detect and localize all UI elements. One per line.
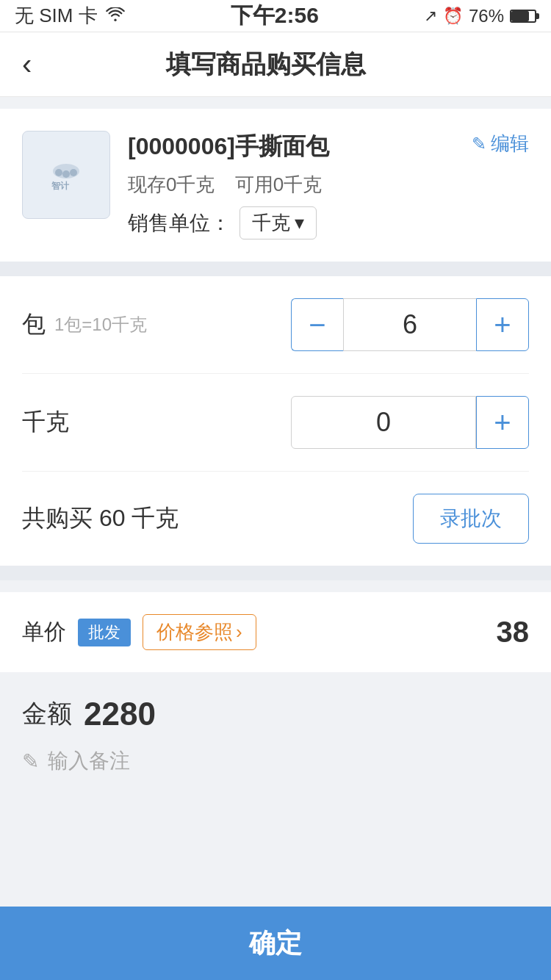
price-label: 单价 [22, 617, 66, 647]
price-section: 单价 批发 价格参照 › 38 [0, 592, 551, 672]
stock-available: 可用0千克 [235, 173, 322, 195]
location-icon: ↗ [424, 7, 437, 26]
bao-quantity-input[interactable] [344, 298, 476, 351]
product-info: [0000006]手撕面包 现存0千克 可用0千克 销售单位： 千克 ▾ [128, 131, 529, 239]
confirm-button[interactable]: 确定 [0, 907, 551, 980]
price-tag: 批发 [78, 619, 131, 646]
back-button[interactable]: ‹ [22, 48, 46, 81]
amount-row: 金额 2280 [22, 696, 529, 732]
svg-point-3 [70, 169, 77, 176]
svg-point-1 [55, 169, 62, 176]
svg-point-2 [62, 170, 70, 178]
amount-label: 金额 [22, 697, 72, 731]
battery-text: 76% [469, 6, 504, 26]
bao-minus-button[interactable]: − [291, 298, 344, 351]
amount-section: 金额 2280 ✎ 输入备注 [0, 674, 551, 797]
svg-text:智计: 智计 [51, 181, 70, 191]
page-title: 填写商品购买信息 [46, 48, 485, 82]
carrier-text: 无 SIM 卡 [15, 3, 98, 29]
bao-quantity-row: 包 1包=10千克 − + [22, 276, 529, 374]
amount-value: 2280 [84, 696, 156, 732]
remark-icon: ✎ [22, 749, 39, 774]
bao-label: 包 [22, 309, 46, 341]
unit-selector[interactable]: 千克 ▾ [240, 206, 317, 239]
kg-quantity-input[interactable] [291, 396, 476, 449]
quantity-section: 包 1包=10千克 − + 千克 + [0, 276, 551, 472]
stock-current: 现存0千克 [128, 173, 215, 195]
edit-button[interactable]: ✎ 编辑 [472, 131, 529, 156]
product-image: 智计 [22, 131, 110, 219]
status-carrier: 无 SIM 卡 [15, 3, 126, 29]
kg-plus-button[interactable]: + [476, 396, 529, 449]
price-value: 38 [497, 616, 530, 649]
kg-quantity-row: 千克 + [22, 374, 529, 472]
bao-plus-button[interactable]: + [476, 298, 529, 351]
edit-icon: ✎ [472, 134, 486, 154]
kg-quantity-control: + [291, 396, 529, 449]
remark-row[interactable]: ✎ 输入备注 [22, 747, 529, 775]
product-unit-row: 销售单位： 千克 ▾ [128, 206, 529, 239]
status-time: 下午2:56 [231, 1, 319, 31]
bao-quantity-control: − + [291, 298, 529, 351]
product-stock: 现存0千克 可用0千克 [128, 172, 529, 198]
nav-bar: ‹ 填写商品购买信息 [0, 32, 551, 97]
price-ref-button[interactable]: 价格参照 › [143, 614, 256, 650]
kg-label: 千克 [22, 406, 69, 439]
remark-placeholder: 输入备注 [48, 747, 130, 775]
unit-label: 销售单位： [128, 209, 231, 237]
record-batch-button[interactable]: 录批次 [413, 494, 529, 544]
total-text: 共购买 60 千克 [22, 502, 179, 535]
alarm-icon: ⏰ [443, 7, 463, 26]
product-card: 智计 [0000006]手撕面包 现存0千克 可用0千克 销售单位： 千克 ▾ … [0, 109, 551, 262]
section-divider-1 [0, 262, 551, 276]
total-row: 共购买 60 千克 录批次 [0, 472, 551, 566]
battery-icon [510, 10, 536, 23]
price-row: 单价 批发 价格参照 › 38 [22, 614, 529, 650]
status-bar: 无 SIM 卡 下午2:56 ↗ ⏰ 76% [0, 0, 551, 32]
status-right: ↗ ⏰ 76% [424, 6, 536, 26]
wifi-icon [105, 4, 126, 27]
section-divider-2 [0, 566, 551, 580]
product-name: [0000006]手撕面包 [128, 131, 529, 163]
bao-hint: 1包=10千克 [54, 313, 147, 336]
